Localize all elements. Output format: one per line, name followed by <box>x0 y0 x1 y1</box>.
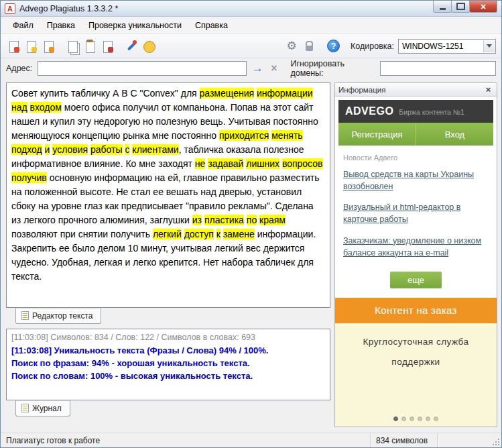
more-button[interactable]: еще <box>390 272 442 288</box>
menu-item-0[interactable]: Файл <box>6 18 40 33</box>
support-banner[interactable]: Круглосуточная служба поддержки <box>335 323 497 427</box>
address-input[interactable] <box>38 61 247 76</box>
toolbar-group <box>6 39 56 54</box>
ignore-domains-input[interactable] <box>380 61 496 76</box>
chevron-down-icon[interactable] <box>483 40 495 52</box>
app-window: Advego Plagiatus 1.3.3.2 * ФайлПравкаПро… <box>0 0 502 448</box>
pager-dot[interactable] <box>418 416 422 421</box>
log-meta-line: [11:03:08] Символов: 834 / Слов: 122 / С… <box>11 331 325 344</box>
highlighted-segment: размещения <box>200 88 255 99</box>
pager-dot[interactable] <box>426 416 430 421</box>
editor-text[interactable]: Совет купить табличку А В С "Convex" для… <box>7 83 330 287</box>
log-tab-row: Журнал <box>6 400 330 416</box>
quick-check-icon[interactable] <box>141 39 156 54</box>
go-arrow-icon[interactable] <box>251 61 265 76</box>
highlighted-segment: условия <box>52 144 88 155</box>
highlighted-segment: из <box>192 215 202 225</box>
auth-buttons: Регистрация Вход <box>338 123 493 146</box>
highlighted-segment: пластика <box>204 215 244 225</box>
pager-dot[interactable] <box>401 416 406 421</box>
advego-subtitle: Биржа контента №1 <box>399 108 464 116</box>
status-spacer <box>437 433 501 447</box>
help-icon[interactable] <box>327 40 340 52</box>
highlighted-segment: легкий <box>153 229 182 239</box>
news-link[interactable]: Визуальный и html-редактор в карточке ра… <box>343 201 489 225</box>
minimize-button[interactable] <box>433 1 452 13</box>
close-button[interactable] <box>469 1 497 13</box>
status-bar: Плагиатус готов к работе 834 символов <box>1 433 501 447</box>
advego-banner[interactable]: ADVEGO Биржа контента №1 <box>338 100 493 123</box>
text-editor[interactable]: Совет купить табличку А В С "Convex" для… <box>6 82 330 308</box>
clear-address-icon[interactable] <box>267 61 281 76</box>
info-panel-title: Информация <box>338 86 385 94</box>
encoding-label: Кодировка: <box>351 42 394 51</box>
toolbar: Кодировка: WINDOWS-1251 <box>1 34 501 58</box>
toolbar-icons <box>6 39 166 54</box>
settings-gear-icon[interactable] <box>284 39 299 54</box>
menu-bar: ФайлПравкаПроверка уникальностиСправка <box>1 17 501 34</box>
highlighted-segment: задавай <box>208 158 243 169</box>
support-text-line2: поддержки <box>391 357 440 367</box>
menu-item-2[interactable]: Проверка уникальности <box>82 18 188 33</box>
panel-close-icon[interactable] <box>483 85 493 95</box>
register-button[interactable]: Регистрация <box>338 123 416 146</box>
toolbar-right: Кодировка: WINDOWS-1251 <box>284 39 496 54</box>
highlighted-segment: вопросов <box>282 158 323 169</box>
advego-logo: ADVEGO <box>345 105 393 117</box>
highlighted-segment: доступ <box>184 229 214 239</box>
text-segment <box>27 102 30 113</box>
menu-item-1[interactable]: Правка <box>40 18 82 33</box>
journal-icon <box>21 404 29 412</box>
tab-text-editor[interactable]: Редактор текста <box>15 308 101 324</box>
info-panel-body: ADVEGO Биржа контента №1 Регистрация Вхо… <box>335 97 497 427</box>
highlighted-segment: информации <box>257 88 313 99</box>
encoding-select[interactable]: WINDOWS-1251 <box>398 39 496 54</box>
check-uniqueness-icon[interactable] <box>124 39 139 54</box>
title-bar[interactable]: Advego Plagiatus 1.3.3.2 * <box>1 1 501 17</box>
maximize-button[interactable] <box>451 1 470 13</box>
pager-dot[interactable] <box>434 416 438 421</box>
open-url-icon[interactable] <box>23 39 38 54</box>
open-file-icon[interactable] <box>41 39 56 54</box>
toolbar-group <box>124 39 156 54</box>
window-controls <box>434 1 497 13</box>
editor-tab-row: Редактор текста <box>6 308 330 324</box>
highlighted-segment: менять <box>271 130 302 141</box>
toolbar-group <box>65 39 115 54</box>
resize-grip[interactable] <box>491 437 500 446</box>
info-panel: Информация ADVEGO Биржа контента №1 Реги… <box>334 82 497 427</box>
tab-journal-label: Журнал <box>32 404 62 413</box>
support-text-line1: Круглосуточная служба <box>363 337 468 347</box>
more-wrap: еще <box>335 268 497 298</box>
text-segment: Совет купить табличку А В С "Convex" для <box>11 88 200 99</box>
news-link[interactable]: Заказчикам: уведомление о низком балансе… <box>343 235 489 259</box>
pager-dot[interactable] <box>393 416 398 421</box>
document-icon <box>21 311 29 320</box>
proxy-lock-icon[interactable] <box>302 39 316 54</box>
highlighted-segment: замене <box>223 229 255 239</box>
paste-text-icon[interactable] <box>82 39 97 54</box>
pager-dots <box>393 416 438 427</box>
login-button[interactable]: Вход <box>416 123 493 146</box>
text-segment: позволяют при снятии получить <box>11 229 153 239</box>
news-section: Новости Адвего Вывод средств на карты Ук… <box>335 146 497 268</box>
order-banner[interactable]: Контент на заказ <box>335 298 497 323</box>
pager-dot[interactable] <box>410 416 414 421</box>
new-document-icon[interactable] <box>6 39 21 54</box>
highlighted-segment: не <box>195 158 206 169</box>
copy-text-icon[interactable] <box>65 39 80 54</box>
news-title: Новости Адвего <box>343 154 489 162</box>
log-output: [11:03:08] Символов: 834 / Слов: 122 / С… <box>6 329 330 400</box>
menu-item-3[interactable]: Справка <box>188 18 235 33</box>
window-title: Advego Plagiatus 1.3.3.2 * <box>19 4 118 13</box>
address-label: Адрес: <box>6 64 32 73</box>
highlighted-segment: клиентами <box>132 144 178 155</box>
ignore-domains-label: Игнорировать домены: <box>290 59 375 78</box>
log-line: [11:03:08] Уникальность текста (Фразы / … <box>11 344 325 357</box>
highlighted-segment: подход <box>11 144 42 155</box>
tab-journal[interactable]: Журнал <box>15 400 70 416</box>
news-link[interactable]: Вывод средств на карты Украины возобновл… <box>343 168 489 192</box>
highlighted-segment: входом <box>30 102 62 113</box>
news-list: Вывод средств на карты Украины возобновл… <box>343 168 489 259</box>
clear-text-icon[interactable] <box>100 39 115 54</box>
